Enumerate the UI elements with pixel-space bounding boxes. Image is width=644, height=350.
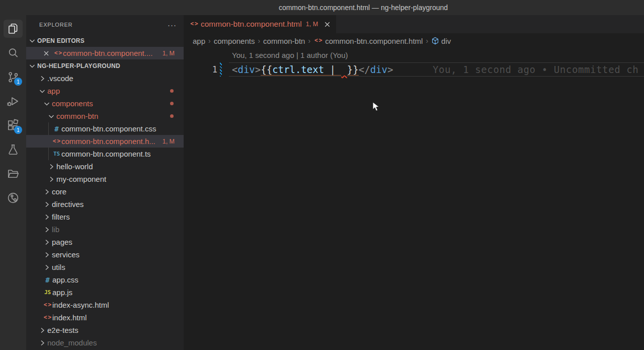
code-token: }}	[347, 64, 359, 76]
tree-item-label: hello-world	[56, 162, 93, 171]
activity-badge: 1	[14, 78, 22, 86]
chevron-right-icon	[43, 238, 51, 246]
code-token: div	[237, 64, 255, 75]
tree-item-hello-world[interactable]: hello-world	[26, 160, 184, 173]
section-label: OPEN EDITORS	[37, 37, 85, 44]
tree-item-common-btn[interactable]: common-btn	[26, 110, 184, 122]
activity-item-explorer[interactable]	[0, 17, 26, 41]
html-file-icon: <>	[190, 21, 198, 27]
tab-bar: <> common-btn.component.html 1, M	[184, 15, 644, 33]
modified-line-gutter-indicator	[220, 62, 222, 77]
tree-item-core[interactable]: core	[26, 185, 184, 198]
code-token: div	[370, 64, 387, 75]
chevron-right-icon	[43, 226, 51, 234]
tree-item-label: pages	[52, 238, 72, 246]
activity-item-source-control[interactable]: 1	[0, 65, 26, 89]
tree-item--vscode[interactable]: .vscode	[26, 72, 184, 85]
chevron-right-icon	[43, 263, 51, 271]
tree-item-services[interactable]: services	[26, 248, 184, 261]
section-workspace[interactable]: NG-HELPER-PLAYGROUND	[26, 59, 184, 72]
tree-item-index-html[interactable]: <>index.html	[26, 311, 184, 324]
tree-item-app-css[interactable]: #app.css	[26, 273, 184, 286]
code-content[interactable]: <div>{{ctrl.text | }}</div>	[232, 62, 393, 77]
close-icon[interactable]	[42, 49, 50, 57]
tree-item-lib[interactable]: lib	[26, 223, 184, 236]
chevron-down-icon	[28, 62, 36, 70]
code-token: <	[232, 64, 237, 75]
tree-item-label: app.js	[52, 288, 72, 297]
breadcrumb-components[interactable]: components	[214, 37, 255, 45]
breadcrumb-label: app	[193, 37, 205, 45]
chevron-down-icon	[43, 100, 51, 108]
tree-item-label: .vscode	[47, 74, 73, 83]
chevron-right-icon	[38, 339, 46, 347]
line-number: 1	[184, 62, 217, 77]
code-line-1[interactable]: 1 <div>{{ctrl.text | }}</div> You, 1 sec…	[184, 62, 644, 77]
tree-item-label: index.html	[52, 313, 87, 322]
activity-badge: 1	[14, 126, 22, 134]
circle-branch-icon	[7, 191, 20, 204]
tree-item-common-btn-component-ts[interactable]: TScommon-btn.component.ts	[26, 148, 184, 160]
tree-item-node-modules[interactable]: node_modules	[26, 336, 184, 349]
more-actions-icon[interactable]: ···	[168, 21, 177, 29]
activity-item-extensions[interactable]: 1	[0, 113, 26, 137]
html-file-icon: <>	[43, 302, 52, 308]
tree-item-directives[interactable]: directives	[26, 198, 184, 211]
problems-badge: 1, M	[163, 138, 175, 145]
tree-item-label: components	[52, 99, 93, 108]
breadcrumb-separator: ›	[307, 37, 311, 45]
tab-common-btn-component-html[interactable]: <> common-btn.component.html 1, M	[184, 15, 336, 33]
breadcrumb-app[interactable]: app	[193, 37, 205, 45]
sidebar-title: EXPLORER	[39, 22, 72, 28]
html-file-icon: <>	[43, 315, 52, 321]
code-token: ctrl.text	[272, 64, 324, 76]
tree-item-app[interactable]: app	[26, 85, 184, 97]
tree-item-e2e-tests[interactable]: e2e-tests	[26, 324, 184, 336]
modified-dot-badge	[170, 102, 174, 105]
tree-item-utils[interactable]: utils	[26, 261, 184, 273]
chevron-down-icon	[47, 112, 55, 120]
tree-item-app-js[interactable]: JSapp.js	[26, 286, 184, 299]
activity-item-run-debug[interactable]	[0, 89, 26, 113]
html-file-icon: <>	[313, 38, 323, 44]
tree-item-filters[interactable]: filters	[26, 211, 184, 223]
breadcrumb-separator: ›	[257, 37, 261, 45]
tree-item-label: app	[47, 87, 60, 95]
title-bar: common-btn.component.html — ng-helper-pl…	[0, 0, 644, 15]
beaker-icon	[7, 143, 20, 156]
breadcrumb-label: common-btn.component.html	[325, 37, 423, 45]
tree-item-common-btn-component-h-[interactable]: <>common-btn.component.h...1, M	[26, 135, 184, 148]
tree-item-label: e2e-tests	[47, 326, 78, 334]
tree-item-label: services	[52, 250, 79, 259]
css-file-icon: #	[43, 276, 52, 284]
chevron-right-icon	[47, 175, 55, 183]
tree-item-common-btn-component-css[interactable]: #common-btn.component.css	[26, 122, 184, 135]
tree-item-label: common-btn.component.ts	[61, 150, 151, 158]
file-tree: .vscodeappcomponentscommon-btn#common-bt…	[26, 72, 184, 349]
tree-item-label: common-btn.component.h...	[61, 137, 155, 146]
inline-blame-text: You, 1 second ago • Uncommitted ch	[433, 62, 638, 77]
tree-item-index-async-html[interactable]: <>index-async.html	[26, 299, 184, 311]
tree-item-pages[interactable]: pages	[26, 236, 184, 248]
activity-item-testing[interactable]	[0, 137, 26, 162]
activity-item-remote-graph[interactable]	[0, 186, 26, 210]
activity-item-search[interactable]	[0, 41, 26, 65]
codelens-blame[interactable]: You, 1 second ago | 1 author (You)	[184, 48, 644, 62]
code-token: </	[359, 64, 370, 75]
code-token: {{	[261, 64, 272, 76]
chevron-right-icon	[47, 163, 55, 171]
close-icon[interactable]	[323, 20, 332, 29]
tree-item-label: utils	[52, 263, 65, 271]
breadcrumb-common-btn-component-html[interactable]: <>common-btn.component.html	[313, 37, 423, 45]
section-open-editors[interactable]: OPEN EDITORS	[26, 34, 184, 47]
symbol-element-icon	[431, 37, 439, 45]
js-file-icon: JS	[43, 290, 52, 295]
activity-item-folders[interactable]	[0, 162, 26, 186]
open-editor-item[interactable]: <> common-btn.component.... 1, M	[26, 47, 184, 59]
breadcrumb-div[interactable]: div	[431, 37, 451, 45]
html-file-icon: <>	[52, 138, 61, 145]
editor-group: <> common-btn.component.html 1, M app›co…	[184, 15, 644, 350]
breadcrumb-common-btn[interactable]: common-btn	[263, 37, 305, 45]
tree-item-components[interactable]: components	[26, 97, 184, 110]
tree-item-my-component[interactable]: my-component	[26, 173, 184, 185]
